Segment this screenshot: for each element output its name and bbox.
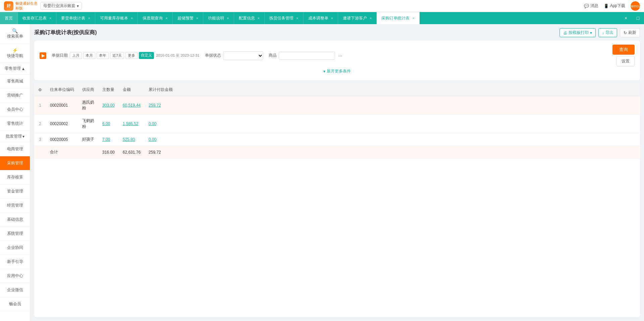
- sidebar-item-wholesale-mgmt[interactable]: 批发管理 ▾: [0, 131, 30, 142]
- col-extra: [177, 84, 640, 96]
- row-num: 3: [34, 133, 46, 146]
- cell-quantity[interactable]: 6.00: [98, 115, 119, 133]
- col-amount: 金额: [119, 84, 145, 96]
- date-range-text: 2016-01-01 至 2023-12-31: [156, 53, 200, 58]
- user-profile[interactable]: demo2: [631, 1, 640, 11]
- avatar: demo2: [631, 1, 640, 11]
- settings-button[interactable]: 设置: [616, 56, 635, 66]
- sidebar-item-capital-mgmt[interactable]: 资金管理: [0, 184, 30, 199]
- custom-date-tag[interactable]: 自定义: [139, 52, 154, 59]
- close-icon[interactable]: ×: [131, 16, 133, 20]
- workspace-selector[interactable]: 母婴行业演示账套 ▾: [40, 2, 82, 10]
- status-filter-label: 单据状态: [205, 53, 221, 58]
- tab-task-mgmt[interactable]: 拣货任务管理 ×: [265, 12, 303, 24]
- cell-paid-amount[interactable]: 0.00: [145, 133, 177, 146]
- col-settings[interactable]: ⚙: [34, 84, 46, 96]
- main-layout: 🔍 搜索英单 ⚡ 快捷导航 零售管理 ▲ 零售商城 营销推广 会员中心 零售统计…: [0, 24, 644, 321]
- sidebar-item-ecommerce[interactable]: 电商管理: [0, 142, 30, 156]
- sidebar-item-retail-stats[interactable]: 零售统计: [0, 117, 30, 131]
- last-month-btn[interactable]: 上月: [70, 52, 82, 59]
- chevron-down-icon: ▾: [77, 4, 79, 8]
- message-action[interactable]: 💬 消息: [584, 3, 598, 9]
- sidebar-item-search[interactable]: 🔍 搜索英单: [0, 24, 30, 44]
- maximize-tab-action[interactable]: □: [632, 12, 644, 24]
- cell-supplier: 好孩子: [78, 133, 98, 146]
- cell-paid-amount[interactable]: 259.72: [145, 96, 177, 115]
- tab-order-stats[interactable]: 要货单统计表 ×: [56, 12, 95, 24]
- sidebar-item-quick-nav[interactable]: ⚡ 快捷导航: [0, 44, 30, 63]
- cell-amount[interactable]: 525.80: [119, 133, 145, 146]
- sidebar-item-basic-info[interactable]: 基础信息: [0, 213, 30, 227]
- sidebar-item-new-guide[interactable]: 新手引导: [0, 255, 30, 269]
- cell-amount[interactable]: 1,586.52: [119, 115, 145, 133]
- tab-receive[interactable]: 收发存汇总表 ×: [18, 12, 56, 24]
- tab-invite-downstream[interactable]: 邀请下游客户 ×: [338, 12, 377, 24]
- footer-paid-amount: 259.72: [145, 146, 177, 159]
- goods-more-btn[interactable]: ···: [337, 53, 344, 58]
- template-print-button[interactable]: 🖨 按模板打印 ▾: [559, 28, 596, 37]
- page-title: 采购订单统计表(按供应商): [34, 29, 97, 36]
- tab-expiry-query[interactable]: 保质期查询 ×: [138, 12, 172, 24]
- sidebar-item-app-center[interactable]: 应用中心: [0, 269, 30, 283]
- this-month-btn[interactable]: 本月: [83, 52, 95, 59]
- nav-tabs: 首页 收发存汇总表 × 要货单统计表 × 可用量库存账本 × 保质期查询 × 超…: [0, 12, 644, 24]
- refresh-button[interactable]: ↻ 刷新: [620, 28, 640, 37]
- close-icon[interactable]: ×: [196, 16, 198, 20]
- sidebar-item-enterprise-collab[interactable]: 企业协同: [0, 241, 30, 255]
- export-button[interactable]: ↓ 导出: [598, 28, 617, 37]
- table-row: 3 00020005 好孩子 7.00 525.80 0.00: [34, 133, 640, 146]
- tab-cost-adjust[interactable]: 成本调整单 ×: [304, 12, 338, 24]
- quick-nav-icon: ⚡: [1, 48, 29, 53]
- close-icon[interactable]: ×: [331, 16, 333, 20]
- close-icon[interactable]: ×: [412, 16, 414, 20]
- col-quantity: 主数量: [98, 84, 119, 96]
- sidebar-item-purchase-mgmt[interactable]: 采购管理: [0, 156, 30, 170]
- tab-home[interactable]: 首页: [0, 12, 18, 24]
- sidebar-item-enterprise-wechat[interactable]: 企业微信: [0, 283, 30, 297]
- top-bar: 好 畅捷通好生意 标版 母婴行业演示账套 ▾ 💬 消息 📱 App下载 demo…: [0, 0, 644, 12]
- last-7days-btn[interactable]: 近7天: [110, 52, 124, 59]
- close-tab-action[interactable]: ×: [620, 12, 632, 24]
- close-icon[interactable]: ×: [296, 16, 298, 20]
- sidebar-item-retail-shop[interactable]: 零售商城: [0, 74, 30, 89]
- sidebar-item-stock-check[interactable]: 库存核算: [0, 170, 30, 184]
- sidebar-item-system-mgmt[interactable]: 系统管理: [0, 227, 30, 241]
- tab-available-stock[interactable]: 可用量库存账本 ×: [95, 12, 138, 24]
- sidebar-item-marketing[interactable]: 营销推广: [0, 89, 30, 103]
- tab-function-desc[interactable]: 功能说明 ×: [203, 12, 234, 24]
- close-icon[interactable]: ×: [258, 16, 260, 20]
- filter-toggle-button[interactable]: ▶: [40, 52, 46, 59]
- goods-input[interactable]: [279, 52, 335, 60]
- filter-panel: ▶ 单据日期 上月 本月 本年 近7天 更多 自定义 2016-01-01 至 …: [34, 41, 640, 80]
- close-icon[interactable]: ×: [88, 16, 90, 20]
- col-paid-amount: 累计付款金额: [145, 84, 177, 96]
- goods-filter-label: 商品: [269, 53, 277, 58]
- sidebar-item-member-center[interactable]: 会员中心: [0, 103, 30, 117]
- top-bar-left: 好 畅捷通好生意 标版 母婴行业演示账套 ▾: [4, 1, 82, 11]
- tab-overstock-warning[interactable]: 超储预警 ×: [173, 12, 203, 24]
- app-download-action[interactable]: 📱 App下载: [604, 3, 625, 9]
- sidebar-item-ops-mgmt[interactable]: 经营管理: [0, 199, 30, 213]
- table-row: 2 00020002 飞鹤奶粉 6.00 1,586.52 0.00: [34, 115, 640, 133]
- tab-purchase-stats[interactable]: 采购订单统计表 ×: [377, 12, 419, 24]
- close-icon[interactable]: ×: [165, 16, 167, 20]
- cell-extra: [177, 96, 640, 115]
- sidebar-item-retail-mgmt[interactable]: 零售管理 ▲: [0, 63, 30, 74]
- expand-more-button[interactable]: ▾ 展开更多条件: [323, 68, 351, 74]
- cell-quantity[interactable]: 303.00: [98, 96, 119, 115]
- cell-paid-amount[interactable]: 0.00: [145, 115, 177, 133]
- cell-quantity[interactable]: 7.00: [98, 133, 119, 146]
- row-num: 1: [34, 96, 46, 115]
- tab-config-info[interactable]: 配置信息 ×: [234, 12, 265, 24]
- this-year-btn[interactable]: 本年: [97, 52, 109, 59]
- cell-amount[interactable]: 60,519.44: [119, 96, 145, 115]
- status-select[interactable]: [223, 51, 263, 60]
- close-icon[interactable]: ×: [370, 16, 372, 20]
- more-date-btn[interactable]: 更多: [125, 52, 138, 59]
- query-button[interactable]: 查询: [612, 45, 635, 55]
- goods-filter: 商品 ···: [269, 52, 344, 60]
- close-icon[interactable]: ×: [227, 16, 229, 20]
- sidebar-item-member[interactable]: 畅会员: [0, 297, 30, 311]
- top-bar-right: 💬 消息 📱 App下载 demo2: [584, 1, 640, 11]
- close-icon[interactable]: ×: [49, 16, 51, 20]
